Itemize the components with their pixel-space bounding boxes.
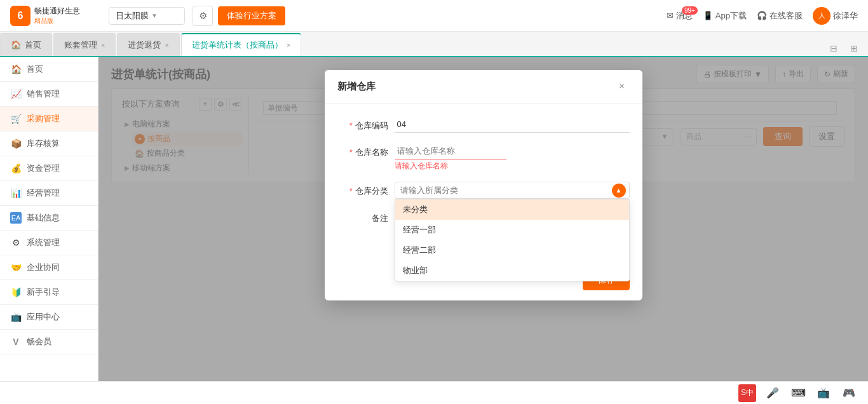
note-label: 备注 xyxy=(337,209,388,224)
tab-minimize-button[interactable]: ⊟ xyxy=(826,41,841,56)
modal-title: 新增仓库 xyxy=(337,81,376,93)
warehouse-code-input[interactable] xyxy=(395,116,630,133)
up-arrow-button[interactable]: ▲ xyxy=(612,184,626,198)
app-center-icon: 📺 xyxy=(10,311,22,323)
home-icon: 🏠 xyxy=(10,64,22,75)
logo-area: 6 畅捷通好生意 精品版 xyxy=(10,6,109,26)
sidebar-item-guide[interactable]: 🔰 新手引导 xyxy=(0,280,98,305)
gear-button[interactable]: ⚙ xyxy=(193,6,213,26)
sidebar-item-finance[interactable]: 💰 资金管理 xyxy=(0,156,98,181)
header-right: ✉ 消息 99+ 📱 App下载 🎧 在线客服 人 徐泽华 xyxy=(667,7,858,25)
microphone-icon[interactable]: 🎤 xyxy=(764,384,782,402)
dropdown-item-uncategorized[interactable]: 未分类 xyxy=(395,199,629,220)
store-selector[interactable]: 日太阳膜 ▼ xyxy=(109,7,185,25)
inventory-icon: 📦 xyxy=(10,138,22,149)
tab-home[interactable]: 🏠 首页 xyxy=(0,33,52,56)
sidebar-item-home[interactable]: 🏠 首页 xyxy=(0,57,98,82)
sidebar: 🏠 首页 📈 销售管理 🛒 采购管理 📦 库存核算 💰 资金管理 📊 经营管理 … xyxy=(0,57,98,404)
basic-info-icon: EA xyxy=(10,212,22,224)
close-icon[interactable]: × xyxy=(165,41,168,49)
close-icon[interactable]: × xyxy=(287,41,290,49)
tab-purchase-return[interactable]: 进货退货 × xyxy=(117,33,179,56)
screen-icon[interactable]: 📺 xyxy=(815,384,832,402)
home-icon: 🏠 xyxy=(11,40,21,50)
warehouse-name-wrapper: 请输入仓库名称 xyxy=(395,143,630,172)
sidebar-item-management[interactable]: 📊 经营管理 xyxy=(0,181,98,206)
warehouse-code-label: 仓库编码 xyxy=(337,116,388,131)
online-service-button[interactable]: 🎧 在线客服 xyxy=(757,10,803,22)
category-input-wrapper: ▲ 未分类 经营一部 经营二部 物业部 xyxy=(395,182,630,199)
warehouse-name-label: 仓库名称 xyxy=(337,143,388,158)
tab-accounts[interactable]: 账套管理 × xyxy=(53,33,116,56)
finance-icon: 💰 xyxy=(10,163,22,174)
modal-header: 新增仓库 × xyxy=(325,70,642,104)
sales-icon: 📈 xyxy=(10,88,22,100)
message-badge: 99+ xyxy=(682,6,698,15)
header-actions: ⚙ 体验行业方案 xyxy=(193,6,285,26)
ime-indicator[interactable]: S中 xyxy=(738,384,756,402)
dropdown-item-property[interactable]: 物业部 xyxy=(395,260,629,281)
guide-icon: 🔰 xyxy=(10,286,22,298)
dropdown-item-dept1[interactable]: 经营一部 xyxy=(395,220,629,240)
content-area: 进货单统计(按商品) 🖨 按模板打印 ▼ ↑ 导出 ↻ 刷新 xyxy=(98,57,868,404)
tab-purchase-stats[interactable]: 进货单统计表（按商品） × xyxy=(181,33,301,56)
purchase-icon: 🛒 xyxy=(10,113,22,125)
bottom-bar: S中 🎤 ⌨ 📺 🎮 xyxy=(0,381,868,404)
trial-button[interactable]: 体验行业方案 xyxy=(218,6,285,25)
modal-body: 仓库编码 仓库名称 请输入仓库名称 仓库分类 xyxy=(325,104,642,264)
form-row-code: 仓库编码 xyxy=(337,116,630,133)
form-row-name: 仓库名称 请输入仓库名称 xyxy=(337,143,630,172)
modal-close-button[interactable]: × xyxy=(614,79,630,94)
chevron-down-icon: ▼ xyxy=(151,12,158,19)
logo-text: 畅捷通好生意 精品版 xyxy=(34,6,80,25)
form-row-category: 仓库分类 ▲ 未分类 经营一部 经营二部 物业部 xyxy=(337,182,630,199)
sidebar-item-membership[interactable]: V 畅会员 xyxy=(0,330,98,354)
app-download-button[interactable]: 📱 App下载 xyxy=(703,10,747,22)
sidebar-item-basic-info[interactable]: EA 基础信息 xyxy=(0,206,98,231)
warehouse-name-error: 请输入仓库名称 xyxy=(395,161,630,172)
management-icon: 📊 xyxy=(10,187,22,199)
tab-bar: 🏠 首页 账套管理 × 进货退货 × 进货单统计表（按商品） × ⊟ ⊞ xyxy=(0,32,868,57)
sidebar-item-sales[interactable]: 📈 销售管理 xyxy=(0,82,98,107)
warehouse-category-label: 仓库分类 xyxy=(337,182,388,197)
dropdown-item-dept2[interactable]: 经营二部 xyxy=(395,240,629,260)
warehouse-name-input[interactable] xyxy=(395,143,506,159)
avatar: 人 xyxy=(813,7,831,25)
logo-icon: 6 xyxy=(10,6,31,26)
tab-expand-button[interactable]: ⊞ xyxy=(846,41,862,56)
enterprise-icon: 🤝 xyxy=(10,262,22,273)
category-dropdown: 未分类 经营一部 经营二部 物业部 xyxy=(395,199,630,281)
top-header: 6 畅捷通好生意 精品版 日太阳膜 ▼ ⚙ 体验行业方案 ✉ 消息 99+ 📱 … xyxy=(0,0,868,32)
system-icon: ⚙ xyxy=(10,237,22,248)
membership-icon: V xyxy=(10,336,22,347)
mobile-icon: 📱 xyxy=(703,11,713,20)
modal-overlay: 新增仓库 × 仓库编码 仓库名称 请输入仓库名称 xyxy=(98,57,868,404)
keyboard-icon[interactable]: ⌨ xyxy=(789,384,807,402)
sidebar-item-enterprise[interactable]: 🤝 企业协同 xyxy=(0,255,98,280)
main-layout: 🏠 首页 📈 销售管理 🛒 采购管理 📦 库存核算 💰 资金管理 📊 经营管理 … xyxy=(0,57,868,404)
close-icon[interactable]: × xyxy=(101,41,105,49)
modal: 新增仓库 × 仓库编码 仓库名称 请输入仓库名称 xyxy=(325,70,642,300)
warehouse-category-input[interactable] xyxy=(395,182,630,199)
gamepad-icon[interactable]: 🎮 xyxy=(840,384,858,402)
user-area[interactable]: 人 徐泽华 xyxy=(813,7,858,25)
sidebar-item-inventory[interactable]: 📦 库存核算 xyxy=(0,131,98,156)
headset-icon: 🎧 xyxy=(757,11,767,20)
message-icon: ✉ xyxy=(667,11,674,20)
tab-bar-right: ⊟ ⊞ xyxy=(826,41,868,56)
sidebar-item-app-center[interactable]: 📺 应用中心 xyxy=(0,305,98,330)
sidebar-item-purchase[interactable]: 🛒 采购管理 xyxy=(0,107,98,131)
gear-icon: ⚙ xyxy=(199,10,207,22)
sidebar-item-system[interactable]: ⚙ 系统管理 xyxy=(0,231,98,255)
message-button[interactable]: ✉ 消息 99+ xyxy=(667,10,693,22)
